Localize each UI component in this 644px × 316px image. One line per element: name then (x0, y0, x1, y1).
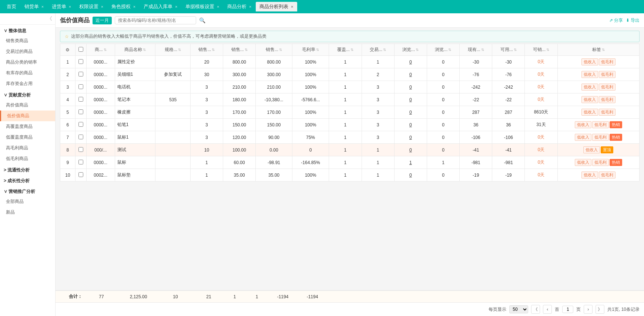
cell-checkbox[interactable] (75, 106, 86, 119)
nav-template[interactable]: 单据模板设置 × (182, 2, 223, 11)
nav-permission[interactable]: 权限设置 × (76, 2, 107, 11)
cell-checkbox[interactable] (75, 144, 86, 156)
views-link[interactable]: 0 (409, 173, 412, 178)
select-all-checkbox[interactable] (78, 47, 83, 52)
col-views2[interactable]: 浏览...⇅ (427, 44, 459, 56)
sidebar-item-traded[interactable]: 交易过的商品 (0, 46, 55, 57)
row-checkbox[interactable] (78, 109, 83, 114)
share-button[interactable]: ⇗ 分享 (609, 17, 623, 24)
cell-views1[interactable]: 0 (394, 144, 427, 156)
cell-views1[interactable]: 0 (394, 68, 427, 81)
export-button[interactable]: ⬇ 导出 (626, 17, 640, 24)
sidebar-item-stock-goods[interactable]: 有库存的商品 (0, 68, 55, 78)
col-checkbox[interactable] (75, 44, 86, 56)
page-size-select[interactable]: 50 100 (509, 305, 528, 313)
views-link[interactable]: 0 (409, 60, 412, 65)
col-settings[interactable]: ⚙ (60, 44, 76, 56)
row-checkbox[interactable] (78, 72, 83, 77)
cell-checkbox[interactable] (75, 131, 86, 144)
last-page-btn[interactable]: 》 (596, 305, 604, 314)
row-checkbox[interactable] (78, 97, 83, 102)
cell-views1[interactable]: 0 (394, 94, 427, 106)
filter-tag-month[interactable]: 近一月 (93, 17, 112, 24)
cell-views1[interactable]: 0 (394, 169, 427, 181)
cell-views1[interactable]: 0 (394, 106, 427, 119)
col-views1[interactable]: 浏览...⇅ (394, 44, 427, 56)
col-code[interactable]: 商...⇅ (86, 44, 115, 56)
sidebar-group-marketing[interactable]: ∨ 营销推广分析 (0, 186, 55, 196)
row-checkbox[interactable] (78, 59, 83, 64)
cell-checkbox[interactable] (75, 81, 86, 94)
cell-views1[interactable]: 0 (394, 131, 427, 144)
col-tags[interactable]: 标签⇅ (557, 44, 639, 56)
views-link[interactable]: 1 (409, 160, 412, 165)
sidebar-item-low-coverage[interactable]: 低覆盖度商品 (0, 132, 55, 143)
cell-checkbox[interactable] (75, 156, 86, 169)
cell-views1[interactable]: 0 (394, 81, 427, 94)
sidebar-item-high-margin[interactable]: 高毛利商品 (0, 143, 55, 153)
sidebar-item-high-coverage[interactable]: 高覆盖度商品 (0, 121, 55, 132)
sidebar-group-contribution[interactable]: ∨ 贡献度分析 (0, 89, 55, 100)
row-checkbox[interactable] (78, 135, 83, 139)
nav-analysis[interactable]: 商品分析 × (224, 2, 255, 11)
col-margin[interactable]: 毛利率⇅ (292, 44, 329, 56)
next-page-btn[interactable]: › (584, 305, 593, 314)
sidebar-item-high-value[interactable]: 高价值商品 (0, 100, 55, 111)
col-sales-qty[interactable]: 销售...⇅ (190, 44, 223, 56)
first-page-btn[interactable]: 《 (531, 305, 540, 314)
col-sales-amount[interactable]: 销售...⇅ (223, 44, 256, 56)
nav-product-in[interactable]: 产成品入库单 × (140, 2, 181, 11)
col-stock[interactable]: 现有...⇅ (460, 44, 492, 56)
sidebar-item-low-margin[interactable]: 低毛利商品 (0, 153, 55, 164)
cell-num: 2 (60, 68, 76, 81)
cell-checkbox[interactable] (75, 94, 86, 106)
sidebar-item-all-goods[interactable]: 全部商品 (0, 196, 55, 207)
cell-checkbox[interactable] (75, 68, 86, 81)
views-link[interactable]: 0 (409, 85, 412, 90)
sidebar-item-category-rate[interactable]: 商品分类的销率 (0, 57, 55, 68)
sidebar-group-growth[interactable]: > 成长性分析 (0, 175, 55, 186)
views-link[interactable]: 0 (409, 97, 412, 102)
col-transactions[interactable]: 交易...⇅ (362, 44, 394, 56)
cell-checkbox[interactable] (75, 119, 86, 131)
search-input[interactable] (115, 16, 196, 24)
page-input[interactable] (562, 306, 573, 313)
views-link[interactable]: 0 (409, 147, 412, 153)
nav-sales[interactable]: 销货单 × (21, 2, 47, 11)
sidebar-group-overview[interactable]: ∨ 整体信息 (0, 25, 55, 35)
cell-views1[interactable]: 0 (394, 119, 427, 131)
cell-checkbox[interactable] (75, 169, 86, 181)
sidebar-group-liquidity[interactable]: > 流通性分析 (0, 164, 55, 175)
col-saleable[interactable]: 可销...⇅ (525, 44, 557, 56)
row-checkbox[interactable] (78, 147, 83, 152)
row-checkbox[interactable] (78, 122, 83, 127)
col-sales-profit[interactable]: 销售...⇅ (256, 44, 292, 56)
row-checkbox[interactable] (78, 84, 83, 89)
col-available[interactable]: 可用...⇅ (492, 44, 525, 56)
search-icon[interactable]: 🔍 (199, 17, 205, 23)
cell-views1[interactable]: 1 (394, 156, 427, 169)
sidebar-item-stock-fund[interactable]: 库存资金占用 (0, 78, 55, 89)
sidebar-item-low-value[interactable]: 低价值商品 (0, 111, 55, 121)
views-link[interactable]: 0 (409, 135, 412, 140)
sidebar-item-sales-goods[interactable]: 销售类商品 (0, 35, 55, 46)
col-coverage[interactable]: 覆盖...⇅ (329, 44, 362, 56)
nav-role[interactable]: 角色授权 × (108, 2, 139, 11)
nav-home[interactable]: 首页 (3, 2, 20, 11)
views-link[interactable]: 0 (409, 72, 412, 77)
sidebar-collapse-btn[interactable]: 《 (0, 13, 55, 25)
nav-analysis-list[interactable]: 商品分析列表 × (256, 2, 297, 11)
col-spec[interactable]: 规格...⇅ (155, 44, 190, 56)
cell-checkbox[interactable] (75, 56, 86, 68)
row-checkbox[interactable] (78, 172, 83, 177)
col-name[interactable]: 商品名称⇅ (115, 44, 155, 56)
cell-stock: -22 (460, 94, 492, 106)
cell-views1[interactable]: 0 (394, 56, 427, 68)
share-icon: ⇗ (609, 18, 613, 23)
row-checkbox[interactable] (78, 160, 83, 164)
prev-page-btn[interactable]: ‹ (543, 305, 552, 314)
views-link[interactable]: 0 (409, 110, 412, 115)
sidebar-item-new[interactable]: 新品 (0, 207, 55, 218)
views-link[interactable]: 0 (409, 122, 412, 128)
nav-purchase[interactable]: 进货单 × (48, 2, 75, 11)
